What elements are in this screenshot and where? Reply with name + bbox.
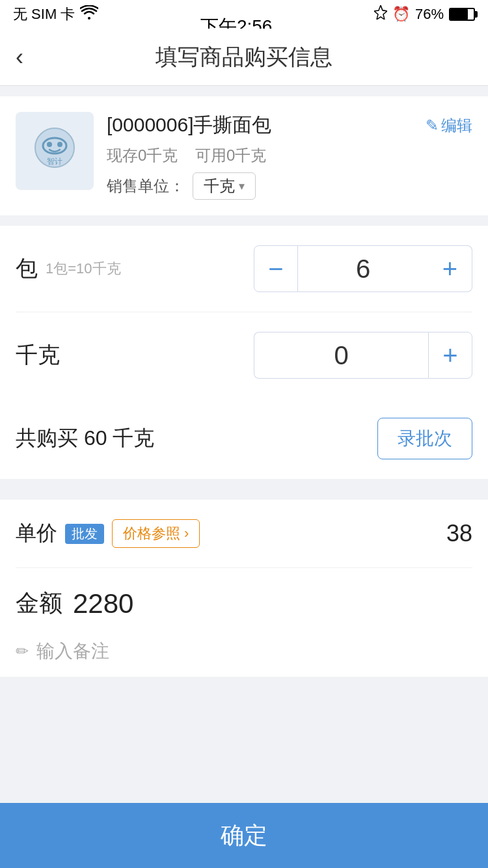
svg-point-3 xyxy=(57,142,62,147)
product-card: 智计 [0000006]手撕面包 ✎ 编辑 现存0千克 可用0千克 销售单位： … xyxy=(0,96,488,215)
divider-2 xyxy=(0,479,488,489)
amount-label: 金额 xyxy=(16,588,62,619)
bao-minus-button[interactable]: − xyxy=(254,245,298,292)
wifi-icon xyxy=(80,5,98,23)
nav-title: 填写商品购买信息 xyxy=(156,42,332,72)
nav-bar: ‹ 填写商品购买信息 xyxy=(0,29,488,86)
unit-arrow-icon: ▾ xyxy=(239,179,245,193)
edit-button[interactable]: ✎ 编辑 xyxy=(426,115,472,136)
kg-quantity-control: + xyxy=(254,332,472,379)
bao-quantity-input[interactable] xyxy=(298,245,428,292)
product-stock: 现存0千克 可用0千克 xyxy=(107,145,472,166)
unit-selector[interactable]: 千克 ▾ xyxy=(193,172,256,200)
price-label: 单价 批发 价格参照 › xyxy=(16,519,200,548)
status-right: ⏰ 76% xyxy=(374,5,475,23)
product-name: [0000006]手撕面包 xyxy=(107,112,271,139)
remark-row[interactable]: ✏ 输入备注 xyxy=(16,632,472,670)
price-section: 单价 批发 价格参照 › 38 xyxy=(0,500,488,568)
product-image: 智计 xyxy=(16,112,94,190)
confirm-bar[interactable]: 确定 xyxy=(0,803,488,868)
back-button[interactable]: ‹ xyxy=(16,44,23,71)
bao-label: 包 1包=10千克 xyxy=(16,254,121,284)
alarm-icon: ⏰ xyxy=(392,6,410,23)
bao-plus-button[interactable]: + xyxy=(428,245,472,292)
divider-1 xyxy=(0,215,488,226)
record-batch-button[interactable]: 录批次 xyxy=(377,418,472,459)
input-section: 包 1包=10千克 − + 千克 + xyxy=(0,226,488,398)
amount-row: 金额 2280 xyxy=(16,588,472,619)
bao-quantity-control: − + xyxy=(254,245,472,292)
total-row: 共购买 60 千克 录批次 xyxy=(0,398,488,479)
batch-tag: 批发 xyxy=(65,524,104,544)
bao-input-row: 包 1包=10千克 − + xyxy=(16,226,472,312)
remark-placeholder: 输入备注 xyxy=(36,639,109,664)
kg-plus-button[interactable]: + xyxy=(428,332,472,379)
status-bar: 无 SIM 卡 下午2:56 ⏰ 76% xyxy=(0,0,488,29)
svg-text:智计: 智计 xyxy=(47,157,62,166)
battery-icon xyxy=(449,8,475,21)
confirm-button-label: 确定 xyxy=(221,820,267,852)
status-carrier: 无 SIM 卡 xyxy=(13,5,98,24)
carrier-text: 无 SIM 卡 xyxy=(13,5,75,24)
kg-quantity-input[interactable] xyxy=(254,332,428,379)
location-icon xyxy=(374,5,387,23)
kg-label: 千克 xyxy=(16,340,60,370)
price-row: 单价 批发 价格参照 › 38 xyxy=(16,500,472,568)
battery-percent: 76% xyxy=(415,6,444,23)
product-logo: 智计 xyxy=(32,125,77,178)
price-ref-button[interactable]: 价格参照 › xyxy=(112,519,200,548)
product-info: [0000006]手撕面包 ✎ 编辑 现存0千克 可用0千克 销售单位： 千克 … xyxy=(107,112,472,200)
svg-point-2 xyxy=(47,142,52,147)
kg-input-row: 千克 + xyxy=(16,312,472,398)
amount-section: 金额 2280 ✏ 输入备注 xyxy=(0,568,488,677)
pencil-icon: ✏ xyxy=(16,642,29,660)
edit-icon: ✎ xyxy=(426,116,439,135)
price-value: 38 xyxy=(446,520,472,547)
amount-value: 2280 xyxy=(73,588,133,619)
product-unit-row: 销售单位： 千克 ▾ xyxy=(107,172,472,200)
total-text: 共购买 60 千克 xyxy=(16,424,154,453)
